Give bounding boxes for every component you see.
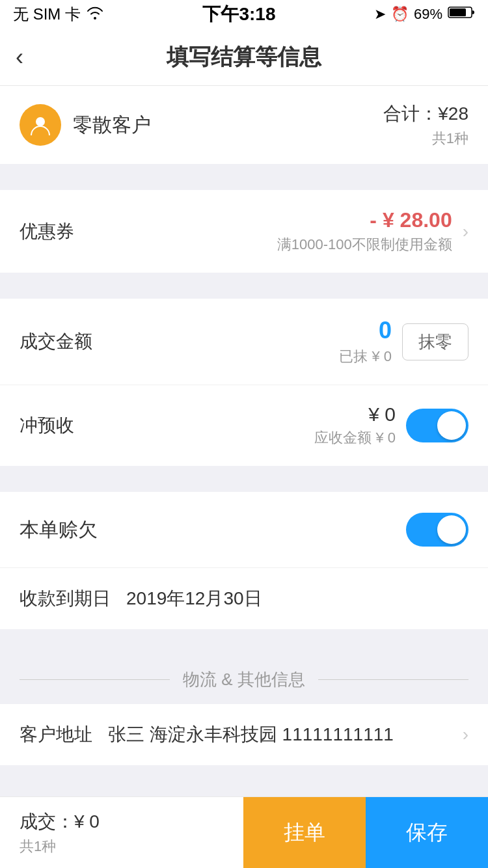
customer-section: 零散客户 合计：¥28 共1种	[0, 86, 488, 164]
deal-prepay-section: 成交金额 0 已抹 ¥ 0 抹零 冲预收 ¥ 0 应收金额 ¥ 0	[0, 299, 488, 466]
svg-point-2	[36, 117, 45, 126]
deal-amount-value-block: 0 已抹 ¥ 0	[339, 317, 392, 366]
due-date-row: 收款到期日 2019年12月30日	[0, 568, 488, 629]
round-button[interactable]: 抹零	[402, 323, 468, 360]
chevron-right-icon: ›	[463, 221, 468, 242]
address-chevron-icon: ›	[463, 724, 468, 745]
coupon-right: - ¥ 28.00 满1000-100不限制使用金额 ›	[277, 208, 468, 254]
page-title: 填写结算等信息	[167, 42, 321, 72]
coupon-label: 优惠券	[20, 219, 74, 244]
address-row[interactable]: 客户地址 张三 海淀永丰科技园 11111111111 ›	[0, 704, 488, 765]
coupon-value-block: - ¥ 28.00 满1000-100不限制使用金额	[277, 208, 452, 254]
due-date-value[interactable]: 2019年12月30日	[126, 586, 262, 611]
prepay-receivable: 应收金额 ¥ 0	[314, 428, 396, 448]
back-button[interactable]: ‹	[16, 44, 23, 71]
content: 零散客户 合计：¥28 共1种 优惠券 - ¥ 28.00 满1000-100不…	[0, 86, 488, 868]
status-left: 无 SIM 卡	[13, 4, 104, 25]
deal-amount-value[interactable]: 0	[339, 317, 392, 344]
svg-rect-1	[450, 8, 466, 16]
customer-name: 零散客户	[73, 112, 151, 139]
due-date-label: 收款到期日	[20, 586, 111, 611]
address-label: 客户地址	[20, 722, 92, 747]
coupon-discount: - ¥ 28.00	[277, 208, 452, 232]
deal-amount-right: 0 已抹 ¥ 0 抹零	[339, 317, 468, 366]
alarm-icon: ⏰	[391, 6, 409, 23]
prepayment-label: 冲预收	[20, 413, 74, 438]
logistics-header: 物流 & 其他信息	[0, 655, 488, 704]
hold-button[interactable]: 挂单	[243, 797, 366, 869]
customer-total: 合计：¥28	[383, 102, 468, 126]
customer-count: 共1种	[383, 129, 468, 148]
coupon-section: 优惠券 - ¥ 28.00 满1000-100不限制使用金额 ›	[0, 190, 488, 273]
debt-label: 本单赊欠	[20, 517, 98, 543]
bottom-deal: 成交：¥ 0	[20, 809, 243, 834]
bottom-count: 共1种	[20, 837, 243, 856]
bottom-bar: 成交：¥ 0 共1种 挂单 保存	[0, 796, 488, 868]
debt-toggle-knob	[437, 515, 466, 544]
bottom-summary: 成交：¥ 0 共1种	[0, 809, 243, 856]
prepayment-toggle[interactable]	[406, 409, 468, 442]
customer-left: 零散客户	[20, 104, 151, 146]
no-sim-label: 无 SIM 卡	[13, 4, 81, 25]
debt-toggle[interactable]	[406, 513, 468, 547]
logistics-label: 物流 & 其他信息	[183, 668, 305, 691]
customer-avatar	[20, 104, 61, 146]
coupon-desc: 满1000-100不限制使用金额	[277, 235, 452, 254]
battery-icon	[448, 5, 475, 23]
customer-summary: 合计：¥28 共1种	[383, 102, 468, 148]
save-button[interactable]: 保存	[366, 797, 488, 869]
toggle-knob	[437, 411, 466, 440]
status-right: ➤ ⏰ 69%	[374, 5, 475, 23]
bottom-deal-label: 成交：	[20, 811, 74, 832]
coupon-row[interactable]: 优惠券 - ¥ 28.00 满1000-100不限制使用金额 ›	[0, 190, 488, 273]
already-rounded: 已抹 ¥ 0	[339, 347, 392, 366]
address-value: 张三 海淀永丰科技园 11111111111	[108, 722, 463, 747]
deal-amount-label: 成交金额	[20, 329, 92, 354]
prepay-amount: ¥ 0	[314, 403, 396, 426]
status-bar: 无 SIM 卡 下午3:18 ➤ ⏰ 69%	[0, 0, 488, 29]
wifi-icon	[86, 5, 104, 23]
nav-bar: ‹ 填写结算等信息	[0, 29, 488, 86]
battery-label: 69%	[414, 6, 442, 23]
deal-amount-row: 成交金额 0 已抹 ¥ 0 抹零	[0, 299, 488, 385]
debt-row: 本单赊欠	[0, 492, 488, 568]
status-time: 下午3:18	[202, 2, 275, 27]
debt-section: 本单赊欠 收款到期日 2019年12月30日	[0, 492, 488, 629]
address-section: 客户地址 张三 海淀永丰科技园 11111111111 ›	[0, 704, 488, 765]
customer-row: 零散客户 合计：¥28 共1种	[0, 86, 488, 164]
prepayment-value-block: ¥ 0 应收金额 ¥ 0	[314, 403, 396, 448]
location-icon: ➤	[374, 6, 386, 23]
bottom-deal-value: ¥ 0	[74, 811, 100, 832]
prepayment-right: ¥ 0 应收金额 ¥ 0	[314, 403, 468, 448]
prepayment-row: 冲预收 ¥ 0 应收金额 ¥ 0	[0, 385, 488, 466]
